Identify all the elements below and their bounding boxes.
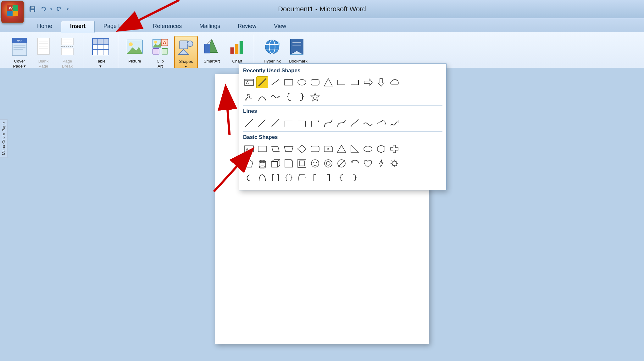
basic-diamond[interactable] bbox=[296, 143, 308, 155]
svg-marker-122 bbox=[379, 160, 383, 167]
undo-dropdown[interactable]: ▾ bbox=[50, 7, 52, 11]
basic-curved-arrow[interactable] bbox=[349, 157, 361, 169]
line-elbow2[interactable] bbox=[296, 117, 308, 129]
undo-button[interactable] bbox=[39, 4, 48, 14]
chart-button[interactable]: Chart bbox=[226, 36, 249, 65]
basic-oval[interactable] bbox=[362, 143, 374, 155]
shape-wave[interactable] bbox=[269, 91, 281, 103]
basic-lightning[interactable] bbox=[375, 157, 387, 169]
shape-arrow-down[interactable] bbox=[375, 76, 387, 88]
basic-folded-corner[interactable] bbox=[283, 157, 295, 169]
basic-bracket-pair[interactable] bbox=[269, 172, 281, 184]
redo-button[interactable] bbox=[54, 4, 64, 14]
line-s-curve[interactable] bbox=[349, 117, 361, 129]
line-double-arrow[interactable] bbox=[269, 117, 281, 129]
basic-cylinder[interactable] bbox=[256, 157, 268, 169]
shape-star[interactable] bbox=[309, 91, 321, 103]
basic-square-bracket-left[interactable] bbox=[309, 172, 321, 184]
picture-button[interactable]: Picture bbox=[123, 36, 146, 65]
hyperlink-button[interactable]: Hyperlink bbox=[261, 36, 284, 65]
svg-rect-24 bbox=[61, 38, 73, 45]
table-button[interactable]: Table▾ bbox=[88, 36, 113, 70]
line-arrow1[interactable] bbox=[256, 117, 268, 129]
basic-curly-brace-left[interactable] bbox=[336, 172, 347, 184]
basic-pentagon[interactable] bbox=[243, 157, 255, 169]
line-straight[interactable] bbox=[243, 117, 255, 129]
basic-parallelogram[interactable] bbox=[269, 143, 281, 155]
clip-art-icon: A bbox=[152, 37, 169, 58]
basic-no-symbol[interactable] bbox=[336, 157, 347, 169]
basic-square-bracket-right[interactable] bbox=[322, 172, 334, 184]
line-elbow-arrow[interactable] bbox=[309, 117, 321, 129]
svg-line-79 bbox=[245, 119, 253, 127]
shape-arrow-right[interactable] bbox=[362, 76, 374, 88]
tab-view[interactable]: View bbox=[265, 20, 295, 32]
shape-l-right[interactable] bbox=[336, 76, 347, 88]
basic-textbox[interactable]: A bbox=[243, 143, 255, 155]
shape-arc[interactable] bbox=[256, 91, 268, 103]
shape-line-diagonal[interactable] bbox=[256, 76, 268, 88]
clip-art-button[interactable]: A ClipArt bbox=[149, 36, 172, 70]
svg-rect-35 bbox=[92, 39, 98, 44]
office-button[interactable]: W bbox=[1, 1, 24, 23]
basic-frame[interactable] bbox=[296, 157, 308, 169]
svg-rect-56 bbox=[240, 41, 243, 54]
tab-review[interactable]: Review bbox=[229, 20, 265, 32]
tab-references[interactable]: References bbox=[144, 20, 191, 32]
line-wave[interactable] bbox=[362, 117, 374, 129]
tab-page-layout[interactable]: Page Layout bbox=[95, 20, 144, 32]
shape-textbox[interactable]: A bbox=[243, 76, 255, 88]
shape-rounded-rectangle[interactable] bbox=[309, 76, 321, 88]
basic-arc-shape[interactable] bbox=[256, 172, 268, 184]
basic-donut[interactable] bbox=[322, 157, 334, 169]
chart-icon bbox=[229, 37, 246, 58]
line-curved[interactable] bbox=[322, 117, 334, 129]
shape-freeform[interactable] bbox=[243, 91, 255, 103]
svg-line-69 bbox=[272, 80, 279, 85]
cover-page-button[interactable]: MAN CoverPage ▾ bbox=[9, 36, 30, 70]
shape-triangle[interactable] bbox=[322, 76, 334, 88]
basic-cross[interactable] bbox=[388, 143, 400, 155]
smartart-button[interactable]: SmartArt bbox=[200, 36, 223, 65]
basic-cube[interactable] bbox=[269, 157, 281, 169]
shape-l-left[interactable] bbox=[349, 76, 361, 88]
table-label: Table▾ bbox=[96, 59, 105, 68]
basic-trapezoid[interactable] bbox=[283, 143, 295, 155]
customize-qa-dropdown[interactable]: ▾ bbox=[67, 7, 69, 11]
basic-curly-brace-right[interactable] bbox=[349, 172, 361, 184]
basic-smiley[interactable] bbox=[309, 157, 321, 169]
shape-brace-right[interactable] bbox=[296, 91, 308, 103]
shape-brace-left[interactable] bbox=[283, 91, 295, 103]
svg-line-120 bbox=[338, 160, 345, 167]
basic-snip-rect[interactable]: B bbox=[322, 143, 334, 155]
tab-home[interactable]: Home bbox=[28, 20, 61, 32]
basic-right-triangle[interactable] bbox=[349, 143, 361, 155]
basic-irregular-shape[interactable] bbox=[296, 172, 308, 184]
shapes-button[interactable]: Shapes▾ bbox=[174, 36, 198, 71]
basic-triangle[interactable] bbox=[336, 143, 347, 155]
basic-hexagon[interactable] bbox=[375, 143, 387, 155]
shape-cloud[interactable] bbox=[388, 76, 400, 88]
page-break-button[interactable]: PageBreak bbox=[57, 36, 78, 70]
shape-oval[interactable] bbox=[296, 76, 308, 88]
bookmark-button[interactable]: Bookmark bbox=[286, 36, 310, 65]
blank-page-button[interactable]: BlankPage bbox=[33, 36, 54, 70]
basic-brace-pair[interactable] bbox=[283, 172, 295, 184]
illustrations-items: Picture A C bbox=[123, 36, 249, 71]
basic-rounded-rect[interactable] bbox=[309, 143, 321, 155]
tab-insert[interactable]: Insert bbox=[61, 21, 95, 33]
svg-rect-73 bbox=[311, 79, 319, 85]
tab-mailings[interactable]: Mailings bbox=[191, 20, 229, 32]
save-button[interactable] bbox=[28, 4, 37, 14]
shape-rectangle[interactable] bbox=[283, 76, 295, 88]
basic-rect[interactable] bbox=[256, 143, 268, 155]
shape-line-arrow[interactable] bbox=[269, 76, 281, 88]
line-cloud[interactable] bbox=[375, 117, 387, 129]
line-elbow[interactable] bbox=[283, 117, 295, 129]
line-freeform-scribble[interactable] bbox=[388, 117, 400, 129]
line-curved-arrow[interactable] bbox=[336, 117, 347, 129]
basic-moon[interactable] bbox=[243, 172, 255, 184]
basic-heart[interactable] bbox=[362, 157, 374, 169]
basic-sun[interactable] bbox=[388, 157, 400, 169]
svg-marker-78 bbox=[311, 93, 319, 101]
